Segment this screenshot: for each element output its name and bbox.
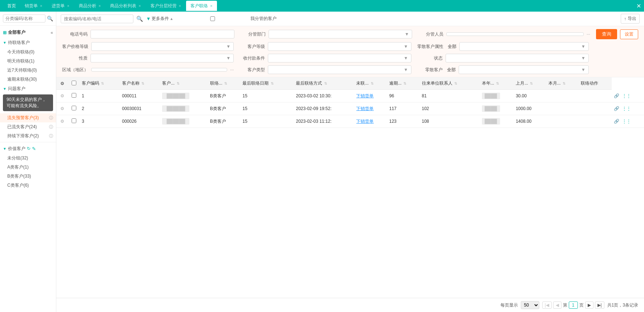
filter-retail-attr-select[interactable]: ▼ bbox=[459, 42, 589, 51]
sidebar-item-today[interactable]: 今天待联络(0) bbox=[0, 48, 56, 57]
filter-nature-select[interactable]: ▼ bbox=[90, 54, 234, 62]
filter-status-select[interactable]: ▼ bbox=[446, 54, 589, 62]
sidebar-item-class-c[interactable]: C类客户(6) bbox=[0, 181, 56, 190]
search-icon[interactable]: 🔍 bbox=[136, 16, 143, 22]
advanced-filter-panel: 电话号码 分管部门 ▼ 分管人员 ··· bbox=[56, 26, 644, 77]
sidebar-item-ungroup[interactable]: 未分组(32) bbox=[0, 154, 56, 163]
th-checkbox[interactable] bbox=[68, 77, 80, 90]
filter-person-select[interactable] bbox=[446, 32, 584, 36]
sort-icon[interactable]: ⇅ bbox=[403, 81, 406, 85]
close-icon[interactable]: × bbox=[67, 4, 69, 8]
filter-dept-label: 分管部门 bbox=[240, 31, 266, 37]
sidebar-group-pending[interactable]: ▼ 待联络客户 bbox=[0, 38, 56, 48]
tab-customer-segment[interactable]: 客户分层经营 × bbox=[146, 1, 185, 11]
per-page-label: 每页显示 bbox=[500, 302, 518, 308]
sidebar-item-tomorrow[interactable]: 明天待联络(1) bbox=[0, 57, 56, 66]
filter-customer-level-select[interactable]: ▼ bbox=[268, 42, 411, 51]
filter-dept-select[interactable]: ▼ bbox=[269, 30, 412, 39]
filter-phone-input[interactable] bbox=[90, 30, 234, 39]
search-input[interactable] bbox=[61, 15, 133, 23]
close-all-button[interactable]: ✕ bbox=[636, 3, 641, 9]
export-button[interactable]: ↑ 导出 bbox=[621, 14, 640, 24]
th-settings[interactable]: ⚙ bbox=[56, 77, 68, 90]
next-page-button[interactable]: ▶ bbox=[585, 301, 593, 309]
filter-retail-select[interactable]: ▼ bbox=[459, 65, 589, 74]
sidebar-item-class-b[interactable]: B类客户(33) bbox=[0, 172, 56, 181]
sort-icon[interactable]: ⇅ bbox=[563, 81, 565, 85]
action-link-icon[interactable]: 🔗 bbox=[614, 106, 619, 111]
sort-icon[interactable]: ⇅ bbox=[496, 81, 499, 85]
row-settings[interactable]: ⚙ bbox=[56, 102, 68, 115]
refresh-icon[interactable]: ↻ bbox=[27, 146, 31, 151]
close-icon[interactable]: × bbox=[179, 4, 181, 8]
close-icon[interactable]: × bbox=[210, 4, 212, 8]
sidebar-group-problem[interactable]: ▼ 问题客户 bbox=[0, 84, 56, 94]
th-linked-contact: 往来单位联系人 ⇅ bbox=[420, 77, 480, 90]
filter-region-select[interactable] bbox=[91, 68, 227, 72]
category-search-input[interactable] bbox=[3, 15, 45, 23]
close-icon[interactable]: × bbox=[40, 4, 42, 8]
row-last-date: 2023-02-03 11:12: bbox=[294, 115, 354, 128]
more-dots-icon[interactable]: ··· bbox=[587, 32, 590, 37]
close-icon[interactable]: × bbox=[98, 4, 101, 8]
filter-payment-select[interactable]: ▼ bbox=[268, 54, 411, 62]
sidebar-group-value[interactable]: ▼ 价值客户 ↻ ✎ bbox=[0, 144, 56, 154]
sort-icon[interactable]: ⇅ bbox=[101, 81, 104, 85]
collapse-icon[interactable]: « bbox=[51, 30, 53, 35]
sort-icon[interactable]: ⇅ bbox=[224, 81, 227, 85]
edit-icon[interactable]: ✎ bbox=[32, 146, 36, 151]
row-select-checkbox[interactable] bbox=[72, 106, 76, 110]
action-menu-icon[interactable]: ⋮⋮ bbox=[622, 93, 631, 98]
sort-icon[interactable]: ⇅ bbox=[324, 81, 327, 85]
row-settings[interactable]: ⚙ bbox=[56, 115, 68, 128]
sort-icon[interactable]: ⇅ bbox=[177, 81, 180, 85]
tab-product-list[interactable]: 商品分析列表 × bbox=[106, 1, 145, 11]
sort-icon[interactable]: ⇅ bbox=[371, 81, 374, 85]
per-page-select[interactable]: 50 100 200 bbox=[521, 301, 539, 309]
close-icon[interactable]: × bbox=[138, 4, 141, 8]
tab-customer-contact[interactable]: 客户联络 × bbox=[186, 1, 217, 11]
sort-icon[interactable]: ⇅ bbox=[141, 81, 144, 85]
query-button[interactable]: 查询 bbox=[596, 29, 617, 39]
tab-purchase[interactable]: 进货单 × bbox=[47, 1, 73, 11]
row-checkbox[interactable] bbox=[68, 102, 80, 115]
row-checkbox[interactable] bbox=[68, 115, 80, 128]
sidebar-item-overdue[interactable]: 逾期未联络(30) bbox=[0, 75, 56, 84]
select-all-checkbox[interactable] bbox=[72, 81, 76, 85]
tab-home[interactable]: 首页 bbox=[3, 1, 20, 11]
row-this-month bbox=[579, 90, 612, 102]
row-settings[interactable]: ⚙ bbox=[56, 90, 68, 102]
row-select-checkbox[interactable] bbox=[72, 93, 76, 98]
settings-button[interactable]: 设置 bbox=[620, 29, 638, 39]
row-select-checkbox[interactable] bbox=[72, 118, 76, 123]
action-menu-icon[interactable]: ⋮⋮ bbox=[622, 106, 631, 111]
tab-sales[interactable]: 销货单 × bbox=[20, 1, 47, 11]
retail-attr-value: 全部 bbox=[448, 44, 456, 50]
row-contact-count: 15 bbox=[240, 90, 294, 102]
action-link-icon[interactable]: 🔗 bbox=[614, 119, 619, 124]
filter-cust-type-select[interactable]: ▼ bbox=[268, 65, 411, 74]
sidebar-item-class-a[interactable]: A类客户(1) bbox=[0, 163, 56, 172]
row-checkbox[interactable] bbox=[68, 90, 80, 102]
tab-product-analysis[interactable]: 商品分析 × bbox=[75, 1, 105, 11]
sidebar-search-icon[interactable]: 🔍 bbox=[47, 16, 53, 21]
sort-icon[interactable]: ⇅ bbox=[271, 81, 274, 85]
filter-price-level-select[interactable]: ▼ bbox=[91, 42, 234, 51]
sidebar-item-7days[interactable]: 近7天待联络(0) bbox=[0, 66, 56, 75]
last-page-button[interactable]: ▶| bbox=[595, 301, 604, 309]
action-link-icon[interactable]: 🔗 bbox=[614, 93, 619, 98]
my-customer-checkbox[interactable]: 我分管的客户 bbox=[176, 16, 277, 22]
my-customer-check[interactable] bbox=[176, 16, 249, 21]
sidebar-all-customers[interactable]: ⊞ 全部客户 « bbox=[0, 27, 56, 38]
first-page-button[interactable]: |◀ bbox=[542, 301, 552, 309]
prev-page-button[interactable]: ◀ bbox=[553, 301, 562, 309]
action-menu-icon[interactable]: ⋮⋮ bbox=[622, 119, 631, 124]
more-dots-icon[interactable]: ··· bbox=[230, 67, 234, 72]
sidebar-item-declining[interactable]: 持续下滑客户(2) ⓘ bbox=[0, 131, 56, 141]
sidebar-item-churn-warning[interactable]: 流失预警客户(3) ⓘ bbox=[0, 113, 56, 122]
sort-icon[interactable]: ⇅ bbox=[530, 81, 533, 85]
sort-icon[interactable]: ⇅ bbox=[454, 81, 457, 85]
arrow-icon: ▼ bbox=[3, 87, 7, 91]
sidebar-item-churned[interactable]: 已流失客户(24) ⓘ bbox=[0, 122, 56, 131]
more-conditions-button[interactable]: ▼ 更多条件 ▲ bbox=[146, 16, 173, 22]
